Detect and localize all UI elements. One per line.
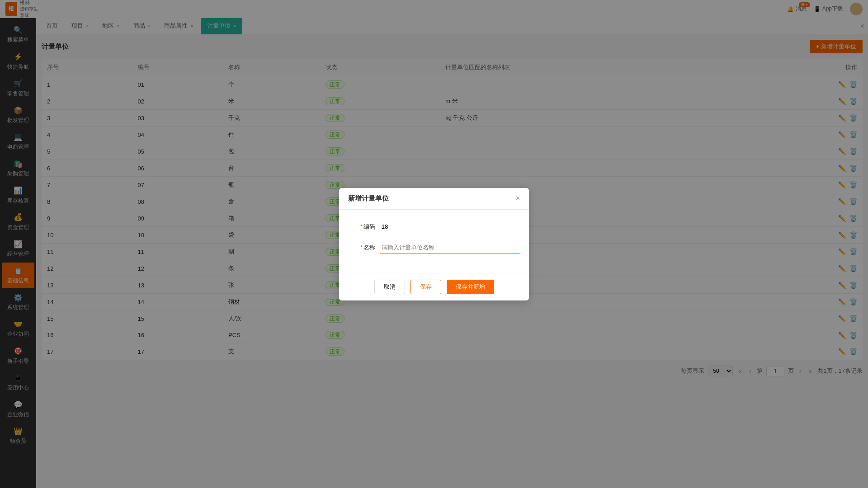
modal-overlay: 新增计量单位 × *编码 *名称 取消 保存 保存并新增 xyxy=(0,0,868,488)
name-input[interactable] xyxy=(380,241,520,254)
save-button[interactable]: 保存 xyxy=(410,280,441,294)
modal-title: 新增计量单位 xyxy=(348,194,389,203)
cancel-button[interactable]: 取消 xyxy=(374,280,405,294)
name-label: *名称 xyxy=(348,244,375,252)
modal-header: 新增计量单位 × xyxy=(339,188,529,210)
modal-close-btn[interactable]: × xyxy=(516,194,520,202)
code-row: *编码 xyxy=(348,221,520,233)
save-and-new-button[interactable]: 保存并新增 xyxy=(447,280,494,294)
name-row: *名称 xyxy=(348,241,520,254)
code-input[interactable] xyxy=(380,221,520,233)
code-label: *编码 xyxy=(348,223,375,231)
add-unit-modal: 新增计量单位 × *编码 *名称 取消 保存 保存并新增 xyxy=(339,188,529,300)
modal-footer: 取消 保存 保存并新增 xyxy=(339,273,529,300)
modal-body: *编码 *名称 xyxy=(339,210,529,273)
